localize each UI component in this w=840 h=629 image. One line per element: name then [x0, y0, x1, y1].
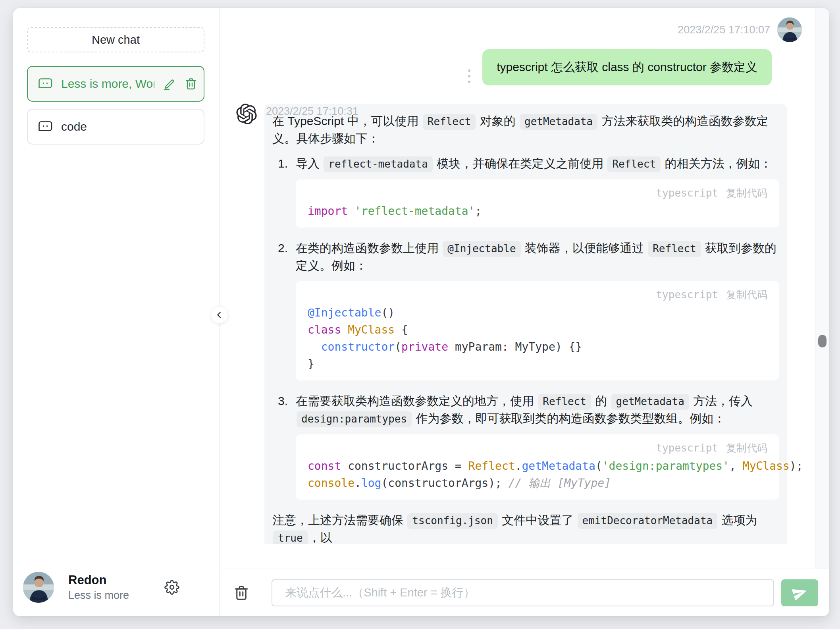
assistant-paragraph: 注意，上述方法需要确保 tsconfig.json 文件中设置了 emitDec… [272, 511, 779, 544]
scrollbar-track[interactable] [815, 8, 829, 569]
user-message-timestamp: 2023/2/25 17:10:07 [678, 24, 770, 36]
sidebar-footer: Redon Less is more [13, 558, 219, 616]
message-text: 模块，并确保在类定义之前使用 [433, 157, 607, 170]
code-line: class MyClass { [308, 321, 767, 338]
sidebar-collapse-button[interactable] [211, 306, 228, 324]
code-block: typescript复制代码import 'reflect-metadata'; [296, 179, 779, 228]
message-text: 方法，传入 [690, 394, 753, 407]
inline-code: Reflect [423, 114, 476, 130]
inline-code: true [273, 531, 308, 544]
chat-main: 2023/2/25 17:10:07 typescript 怎么获取 class… [220, 8, 829, 616]
sidebar: New chat Less is more, Wor... code Redon… [13, 8, 220, 616]
message-text: 选项为 [718, 513, 757, 527]
message-text: 文件中设置了 [499, 513, 577, 527]
message-bubble-icon [38, 77, 52, 91]
assistant-list-item: 1.导入 reflect-metadata 模块，并确保在类定义之前使用 Ref… [272, 155, 779, 172]
list-number: 2. [272, 239, 296, 274]
inline-code: getMetadata [520, 114, 597, 130]
code-line: } [308, 355, 767, 372]
message-text: ，以 [308, 531, 332, 544]
message-text: 在需要获取类构造函数参数定义的地方，使用 [296, 394, 537, 407]
inline-code: emitDecoratorMetadata [578, 513, 718, 529]
inline-code: Reflect [538, 394, 591, 410]
inline-code: tsconfig.json [407, 513, 498, 529]
copy-code-button[interactable]: 复制代码 [726, 286, 767, 303]
code-block-header: typescript复制代码 [308, 442, 767, 454]
user-message-row: typescript 怎么获取 class 的 constructor 参数定义 [220, 49, 815, 85]
code-line: console.log(constructorArgs); // 输出 [MyT… [308, 475, 767, 492]
new-chat-button[interactable]: New chat [27, 27, 204, 52]
edit-pencil-icon[interactable] [163, 77, 176, 90]
vertical-dots-icon[interactable] [468, 69, 470, 83]
message-text: 的相关方法，例如： [661, 157, 772, 170]
code-line: const constructorArgs = Reflect.getMetad… [308, 457, 767, 475]
list-item-text: 导入 reflect-metadata 模块，并确保在类定义之前使用 Refle… [296, 155, 779, 172]
assistant-message: 2023/2/25 17:10:31 在 TypeScript 中，可以使用 R… [220, 104, 815, 544]
app-window: New chat Less is more, Wor... code Redon… [13, 8, 829, 616]
list-item-text: 在类的构造函数参数上使用 @Injectable 装饰器，以便能够通过 Refl… [296, 239, 779, 274]
inline-code: @Injectable [443, 241, 520, 257]
inline-code: design:paramtypes [297, 411, 412, 427]
new-chat-label: New chat [92, 33, 140, 46]
message-text: 作为参数，即可获取到类的构造函数参数类型数组。例如： [412, 412, 725, 425]
chat-scroll-area[interactable]: 2023/2/25 17:10:07 typescript 怎么获取 class… [220, 8, 815, 544]
gear-icon[interactable] [164, 580, 179, 595]
message-text: 注意，上述方法需要确保 [272, 513, 407, 527]
list-item-text: 在需要获取类构造函数参数定义的地方，使用 Reflect 的 getMetada… [296, 392, 779, 427]
scrollbar-thumb[interactable] [818, 335, 827, 347]
code-language-label: typescript [656, 185, 718, 202]
code-content: const constructorArgs = Reflect.getMetad… [308, 457, 767, 492]
message-bubble-icon [38, 120, 52, 134]
paper-plane-icon [790, 583, 809, 602]
assistant-paragraph: 在 TypeScript 中，可以使用 Reflect 对象的 getMetad… [272, 112, 779, 147]
list-number: 3. [272, 392, 296, 427]
sidebar-item-code[interactable]: code [27, 109, 204, 145]
user-subtitle: Less is more [68, 588, 129, 602]
user-avatar [777, 17, 802, 42]
assistant-list-item: 3.在需要获取类构造函数参数定义的地方，使用 Reflect 的 getMeta… [272, 392, 779, 427]
message-text: 导入 [296, 157, 323, 170]
user-message-text: typescript 怎么获取 class 的 constructor 参数定义 [497, 59, 757, 75]
code-line: import 'reflect-metadata'; [308, 203, 767, 220]
user-avatar[interactable] [23, 572, 54, 603]
assistant-list-item: 2.在类的构造函数参数上使用 @Injectable 装饰器，以便能够通过 Re… [272, 239, 779, 274]
code-language-label: typescript [656, 440, 718, 457]
user-message-bubble: typescript 怎么获取 class 的 constructor 参数定义 [482, 49, 772, 85]
message-input[interactable] [272, 579, 774, 606]
user-meta: Redon Less is more [68, 572, 129, 602]
code-block-header: typescript复制代码 [308, 187, 767, 199]
code-content: import 'reflect-metadata'; [308, 203, 767, 220]
code-line: @Injectable() [308, 304, 767, 321]
sidebar-item-less-is-more[interactable]: Less is more, Wor... [27, 66, 204, 102]
send-button[interactable] [781, 579, 818, 606]
inline-code: getMetadata [611, 394, 689, 410]
openai-logo-icon [236, 104, 257, 124]
code-block: typescript复制代码@Injectable()class MyClass… [296, 281, 779, 380]
code-block-header: typescript复制代码 [308, 288, 767, 301]
code-content: @Injectable()class MyClass { constructor… [308, 304, 767, 372]
chat-item-label: Less is more, Wor... [61, 77, 154, 91]
message-text: 在类的构造函数参数上使用 [296, 241, 442, 255]
clear-chat-trash-icon[interactable] [233, 585, 249, 601]
code-language-label: typescript [656, 286, 718, 303]
message-text: 对象的 [476, 114, 519, 127]
message-text: 装饰器，以便能够通过 [522, 241, 647, 255]
code-line: constructor(private myParam: MyType) {} [308, 338, 767, 355]
user-message-meta: 2023/2/25 17:10:07 [220, 8, 815, 42]
assistant-message-bubble: 在 TypeScript 中，可以使用 Reflect 对象的 getMetad… [264, 104, 787, 544]
message-text: 的 [592, 394, 611, 407]
user-name: Redon [68, 572, 129, 588]
composer-bar [220, 569, 829, 616]
assistant-message-timestamp: 2023/2/25 17:10:31 [266, 105, 358, 118]
chevron-left-icon [215, 311, 224, 319]
inline-code: reflect-metadata [324, 156, 432, 172]
chat-item-label: code [61, 120, 197, 133]
copy-code-button[interactable]: 复制代码 [726, 185, 767, 202]
copy-code-button[interactable]: 复制代码 [726, 440, 767, 457]
inline-code: Reflect [648, 241, 701, 257]
code-block: typescript复制代码const constructorArgs = Re… [296, 434, 779, 500]
inline-code: Reflect [607, 156, 661, 172]
delete-trash-icon[interactable] [185, 77, 197, 90]
list-number: 1. [272, 155, 296, 172]
